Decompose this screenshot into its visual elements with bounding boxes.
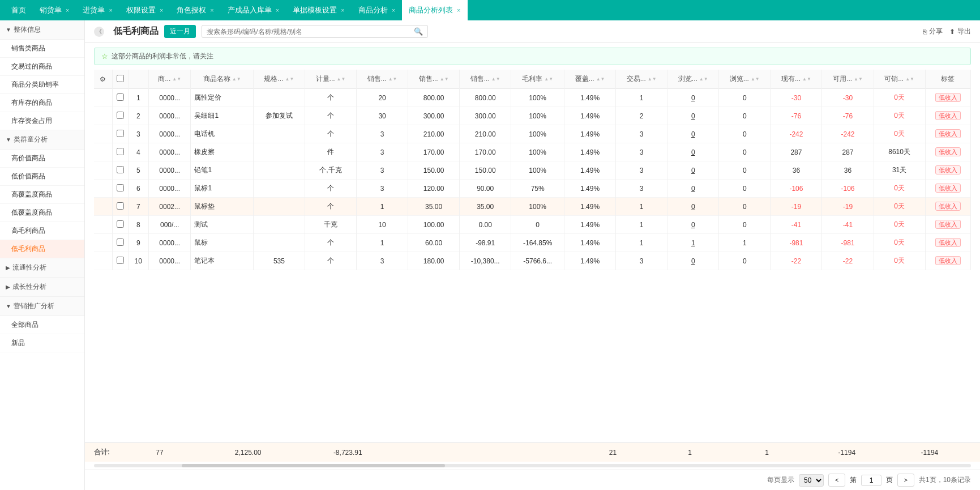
- export-button[interactable]: ⬆ 导出: [949, 27, 971, 36]
- sidebar-item-in-stock[interactable]: 有库存的商品: [0, 94, 84, 112]
- nav-permissions[interactable]: 权限设置 ×: [119, 0, 170, 20]
- sidebar-group-overall[interactable]: ▼ 整体信息: [0, 20, 84, 40]
- sidebar-item-low-value[interactable]: 低价值商品: [0, 168, 84, 186]
- nav-close-purchase[interactable]: ×: [109, 0, 112, 20]
- row-checkbox-0[interactable]: [117, 93, 124, 101]
- nav-product-storage[interactable]: 产成品入库单 ×: [221, 0, 286, 20]
- sidebar-item-category-rate[interactable]: 商品分类助销率: [0, 76, 84, 94]
- th-code[interactable]: 商... ▲▼: [148, 70, 190, 89]
- sidebar-item-new-goods[interactable]: 新品: [0, 334, 84, 352]
- td-checkbox[interactable]: [112, 125, 128, 143]
- views1-link[interactable]: 0: [691, 130, 695, 138]
- th-sales-qty[interactable]: 销售... ▲▼: [357, 70, 408, 89]
- nav-analysis-list[interactable]: 商品分析列表 ×: [402, 0, 467, 20]
- page-number-input[interactable]: [861, 475, 881, 486]
- nav-purchase[interactable]: 进货单 ×: [76, 0, 119, 20]
- sidebar-item-low-coverage[interactable]: 低覆盖度商品: [0, 204, 84, 222]
- views1-link[interactable]: 0: [691, 185, 695, 193]
- td-checkbox[interactable]: [112, 198, 128, 216]
- td-views1[interactable]: 0: [667, 125, 719, 143]
- nav-roles[interactable]: 角色授权 ×: [170, 0, 220, 20]
- th-coverage[interactable]: 覆盖... ▲▼: [564, 70, 616, 89]
- nav-home[interactable]: 首页: [5, 0, 33, 20]
- th-trade-count[interactable]: 交易... ▲▼: [616, 70, 667, 89]
- views1-link[interactable]: 1: [691, 239, 695, 247]
- th-views2[interactable]: 浏览... ▲▼: [719, 70, 771, 89]
- row-checkbox-5[interactable]: [117, 184, 124, 191]
- sidebar-item-high-value[interactable]: 高价值商品: [0, 150, 84, 168]
- sidebar-item-all-goods[interactable]: 全部商品: [0, 316, 84, 334]
- page-size-select[interactable]: 50: [799, 474, 824, 487]
- td-checkbox[interactable]: [112, 143, 128, 161]
- nav-analysis[interactable]: 商品分析 ×: [352, 0, 402, 20]
- views1-link[interactable]: 0: [691, 148, 695, 156]
- sidebar-group-cluster[interactable]: ▼ 类群童分析: [0, 130, 84, 150]
- views1-link[interactable]: 0: [691, 257, 695, 265]
- row-checkbox-1[interactable]: [117, 112, 124, 119]
- th-tag[interactable]: 标签: [925, 70, 970, 89]
- nav-close-template[interactable]: ×: [341, 0, 344, 20]
- sidebar-group-marketing[interactable]: ▼ 营销推广分析: [0, 297, 84, 316]
- th-spec[interactable]: 规格... ▲▼: [253, 70, 305, 89]
- date-filter-button[interactable]: 近一月: [164, 25, 196, 38]
- sidebar-item-low-margin[interactable]: 低毛利商品: [0, 240, 84, 258]
- td-checkbox[interactable]: [112, 161, 128, 180]
- search-input[interactable]: [207, 28, 410, 36]
- prev-page-btn[interactable]: ＜: [828, 474, 845, 487]
- td-views1[interactable]: 1: [667, 234, 719, 252]
- search-icon[interactable]: 🔍: [414, 27, 423, 36]
- td-checkbox[interactable]: [112, 89, 128, 107]
- sidebar-group-growth[interactable]: ▶ 成长性分析: [0, 278, 84, 297]
- td-checkbox[interactable]: [112, 107, 128, 125]
- sidebar-item-high-coverage[interactable]: 高覆盖度商品: [0, 186, 84, 204]
- td-views1[interactable]: 0: [667, 107, 719, 125]
- th-checkbox[interactable]: [112, 70, 128, 89]
- share-button[interactable]: ⎘ 分享: [923, 27, 943, 36]
- td-checkbox[interactable]: [112, 252, 128, 270]
- th-gross-margin[interactable]: 毛利率 ▲▼: [511, 70, 564, 89]
- row-checkbox-7[interactable]: [117, 220, 124, 228]
- views1-link[interactable]: 0: [691, 221, 695, 229]
- select-all-checkbox[interactable]: [117, 75, 124, 82]
- td-checkbox[interactable]: [112, 216, 128, 234]
- td-views1[interactable]: 0: [667, 143, 719, 161]
- horizontal-scrollbar[interactable]: [94, 464, 971, 467]
- sidebar-item-sales-goods[interactable]: 销售类商品: [0, 40, 84, 58]
- td-views1[interactable]: 0: [667, 198, 719, 216]
- th-name[interactable]: 商品名称 ▲▼: [191, 70, 253, 89]
- td-views1[interactable]: 0: [667, 89, 719, 107]
- row-checkbox-9[interactable]: [117, 257, 124, 264]
- th-unit[interactable]: 计量... ▲▼: [305, 70, 356, 89]
- views1-link[interactable]: 0: [691, 167, 695, 174]
- row-checkbox-3[interactable]: [117, 148, 124, 155]
- th-settings[interactable]: ⚙: [94, 70, 112, 89]
- td-checkbox[interactable]: [112, 234, 128, 252]
- row-checkbox-4[interactable]: [117, 166, 124, 173]
- views1-link[interactable]: 0: [691, 94, 695, 102]
- th-views1[interactable]: 浏览... ▲▼: [667, 70, 719, 89]
- nav-close-product-storage[interactable]: ×: [276, 0, 279, 20]
- th-available[interactable]: 可用... ▲▼: [822, 70, 874, 89]
- td-views1[interactable]: 0: [667, 252, 719, 270]
- collapse-sidebar-btn[interactable]: 《: [94, 27, 104, 37]
- nav-close-permissions[interactable]: ×: [160, 0, 163, 20]
- th-sales-amount[interactable]: 销售... ▲▼: [460, 70, 511, 89]
- th-current-stock[interactable]: 现有... ▲▼: [771, 70, 822, 89]
- nav-sales[interactable]: 销货单 ×: [33, 0, 76, 20]
- views1-link[interactable]: 0: [691, 112, 695, 120]
- row-checkbox-8[interactable]: [117, 238, 124, 246]
- nav-close-analysis[interactable]: ×: [392, 0, 395, 20]
- nav-close-roles[interactable]: ×: [210, 0, 213, 20]
- next-page-btn[interactable]: ＞: [897, 474, 914, 487]
- nav-close-analysis-list[interactable]: ×: [457, 0, 460, 20]
- td-checkbox[interactable]: [112, 180, 128, 198]
- nav-close-sales[interactable]: ×: [66, 0, 69, 20]
- sidebar-item-inventory-capital[interactable]: 库存资金占用: [0, 112, 84, 130]
- sidebar-item-traded[interactable]: 交易过的商品: [0, 58, 84, 76]
- views1-link[interactable]: 0: [691, 203, 695, 211]
- row-checkbox-6[interactable]: [117, 202, 124, 210]
- th-saleable[interactable]: 可销... ▲▼: [874, 70, 925, 89]
- nav-template[interactable]: 单据模板设置 ×: [286, 0, 351, 20]
- td-views1[interactable]: 0: [667, 216, 719, 234]
- row-checkbox-2[interactable]: [117, 130, 124, 137]
